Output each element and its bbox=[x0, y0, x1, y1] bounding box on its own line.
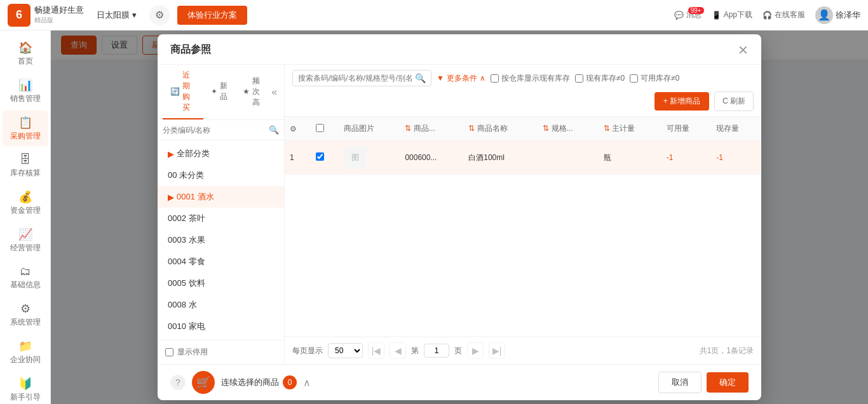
show-disabled-checkbox[interactable] bbox=[165, 348, 173, 356]
td-index: 1 bbox=[285, 141, 311, 175]
purchase-icon: 📋 bbox=[18, 116, 32, 130]
message-icon: 💬 bbox=[674, 11, 684, 20]
top-nav: 6 畅捷通好生意 精品版 日太阳膜 ▾ ⚙ 体验行业方案 💬 消息 99 📱 A… bbox=[0, 0, 868, 30]
message-badge: 99 bbox=[688, 7, 704, 14]
sidebar-item-basicinfo[interactable]: 🗂 基础信息 bbox=[3, 260, 48, 295]
td-spec bbox=[538, 141, 599, 175]
table-row[interactable]: 1 图 bbox=[285, 141, 761, 175]
cat-beverage[interactable]: 0005 饮料 bbox=[158, 273, 284, 294]
product-search-input[interactable] bbox=[298, 74, 412, 83]
message-button[interactable]: 💬 消息 99 bbox=[674, 10, 702, 20]
category-search-area: 🔍 bbox=[158, 120, 284, 140]
td-unit: 瓶 bbox=[599, 141, 661, 175]
page-prev-button[interactable]: ◀ bbox=[390, 342, 406, 359]
cart-button[interactable]: 🛒 bbox=[192, 371, 215, 394]
gear-button[interactable]: ⚙ bbox=[149, 5, 170, 25]
th-unit[interactable]: ⇅ 主计量 bbox=[599, 117, 661, 141]
checkbox-warehouse[interactable]: 按仓库显示现有库存 bbox=[491, 73, 570, 84]
cat-liquor[interactable]: ▶ 0001 酒水 bbox=[158, 186, 284, 208]
checkbox-stock-nonzero-input[interactable] bbox=[575, 74, 583, 83]
checkbox-warehouse-input[interactable] bbox=[491, 74, 499, 83]
recent-icon: 🔄 bbox=[170, 87, 180, 96]
basicinfo-icon: 🗂 bbox=[20, 265, 31, 278]
sidebar-item-purchase[interactable]: 📋 采购管理 bbox=[3, 111, 48, 147]
category-list: ▶ 全部分类 00 未分类 ▶ 0001 酒水 0002 茶 bbox=[158, 140, 284, 340]
product-panel: 🔍 ▼ 更多条件 ∧ 按仓库显示现有库存 bbox=[285, 65, 761, 364]
nav-selector[interactable]: 日太阳膜 ▾ bbox=[92, 7, 142, 24]
table-body: 1 图 bbox=[285, 141, 761, 175]
sidebar-item-enterprise[interactable]: 📁 企业协同 bbox=[3, 334, 48, 370]
enterprise-icon: 📁 bbox=[18, 339, 32, 353]
product-search-icon[interactable]: 🔍 bbox=[415, 73, 426, 83]
sidebar-item-finance[interactable]: 💰 资金管理 bbox=[3, 185, 48, 221]
select-count-badge: 0 bbox=[283, 375, 297, 389]
tab-frequent[interactable]: ★ 频次高 bbox=[235, 65, 270, 119]
page-number-input[interactable] bbox=[424, 344, 449, 358]
finance-icon: 💰 bbox=[18, 190, 32, 204]
page-first-button[interactable]: |◀ bbox=[368, 342, 384, 359]
add-product-button[interactable]: + 新增商品 bbox=[654, 92, 709, 111]
sidebar-item-home[interactable]: 🏠 首页 bbox=[3, 36, 48, 72]
select-all-checkbox[interactable] bbox=[316, 124, 324, 132]
td-image: 图 bbox=[339, 141, 400, 175]
cat-water[interactable]: 0008 水 bbox=[158, 294, 284, 316]
category-search-icon[interactable]: 🔍 bbox=[269, 125, 279, 135]
collapse-panel-button[interactable]: « bbox=[270, 84, 279, 100]
filter-more-button[interactable]: ▼ 更多条件 ∧ bbox=[437, 73, 485, 84]
logo-area: 6 畅捷通好生意 精品版 bbox=[8, 4, 84, 27]
chevron-down-icon: ▾ bbox=[132, 10, 137, 20]
category-search-input[interactable] bbox=[163, 126, 266, 135]
cat-snack[interactable]: 0004 零食 bbox=[158, 251, 284, 273]
tab-new[interactable]: ✦ 新品 bbox=[203, 65, 235, 119]
footer-right: 取消 确定 bbox=[658, 372, 749, 393]
customer-service-button[interactable]: 🎧 在线客服 bbox=[763, 10, 805, 20]
trial-button[interactable]: 体验行业方案 bbox=[177, 6, 247, 25]
sidebar-item-sales[interactable]: 📊 销售管理 bbox=[3, 73, 48, 109]
td-checkbox[interactable] bbox=[311, 141, 339, 175]
avatar: 👤 bbox=[815, 6, 833, 24]
sidebar-item-operations[interactable]: 📈 经营管理 bbox=[3, 222, 48, 259]
th-name[interactable]: ⇅ 商品名称 bbox=[463, 117, 538, 141]
confirm-button[interactable]: 确定 bbox=[707, 372, 749, 393]
page-next-button[interactable]: ▶ bbox=[467, 342, 484, 359]
home-icon: 🏠 bbox=[18, 41, 32, 55]
modal-close-button[interactable]: ✕ bbox=[738, 44, 749, 57]
page-last-button[interactable]: ▶| bbox=[489, 342, 505, 359]
cat-fruit[interactable]: 0003 水果 bbox=[158, 229, 284, 251]
tab-recent[interactable]: 🔄 近期购买 bbox=[163, 65, 203, 119]
system-icon: ⚙ bbox=[20, 302, 31, 316]
sort-icon-name: ⇅ bbox=[468, 124, 475, 133]
th-spec[interactable]: ⇅ 规格... bbox=[538, 117, 599, 141]
checkbox-available-nonzero[interactable]: 可用库存≠0 bbox=[630, 73, 679, 84]
cat-uncategorized[interactable]: 00 未分类 bbox=[158, 165, 284, 186]
cat-appliance[interactable]: 0010 家电 bbox=[158, 316, 284, 337]
th-code[interactable]: ⇅ 商品... bbox=[400, 117, 463, 141]
cat-tea[interactable]: 0002 茶叶 bbox=[158, 208, 284, 229]
th-checkbox bbox=[311, 117, 339, 141]
collapse-footer-button[interactable]: ∧ bbox=[303, 377, 311, 389]
logo-sub: 精品版 bbox=[34, 16, 84, 25]
row-checkbox[interactable] bbox=[316, 152, 324, 161]
table-header-row: ⚙ 商品图片 bbox=[285, 117, 761, 141]
guide-icon: 🔰 bbox=[18, 377, 32, 391]
per-page-select[interactable]: 50 100 200 bbox=[328, 343, 363, 358]
checkbox-available-nonzero-input[interactable] bbox=[630, 74, 638, 83]
checkbox-stock-nonzero[interactable]: 现有库存≠0 bbox=[575, 73, 625, 84]
refresh-product-button[interactable]: C 刷新 bbox=[714, 91, 754, 111]
operations-icon: 📈 bbox=[18, 227, 32, 241]
show-disabled-label: 显示停用 bbox=[177, 347, 208, 358]
cat-all[interactable]: ▶ 全部分类 bbox=[158, 143, 284, 165]
user-menu[interactable]: 👤 徐泽华 bbox=[815, 6, 860, 24]
cancel-button[interactable]: 取消 bbox=[658, 372, 702, 393]
product-thumbnail: 图 bbox=[344, 146, 367, 169]
sidebar-item-system[interactable]: ⚙ 系统管理 bbox=[3, 297, 48, 333]
th-image: 商品图片 bbox=[339, 117, 400, 141]
product-search-box: 🔍 bbox=[292, 70, 431, 86]
new-icon: ✦ bbox=[211, 87, 217, 96]
app-download-button[interactable]: 📱 App下载 bbox=[712, 10, 752, 20]
headset-icon: 🎧 bbox=[763, 11, 772, 20]
sidebar-item-guide[interactable]: 🔰 新手引导 bbox=[3, 372, 48, 404]
help-button[interactable]: ? bbox=[170, 375, 186, 390]
sidebar-item-inventory[interactable]: 🗄 库存核算 bbox=[3, 148, 48, 184]
th-available: 可用量 bbox=[661, 117, 712, 141]
